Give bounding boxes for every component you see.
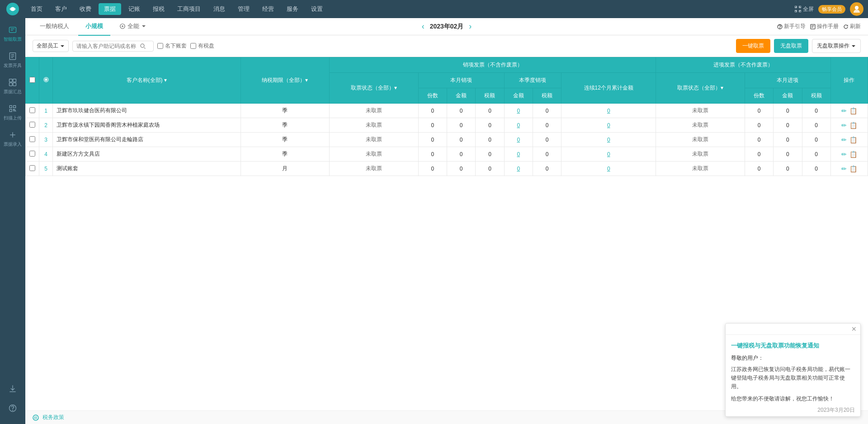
row-index: 4 — [39, 147, 53, 162]
row-checkbox[interactable] — [29, 151, 35, 157]
row-detail-icon[interactable]: 📋 — [849, 165, 857, 172]
nav-billing[interactable]: 收费 — [74, 3, 97, 15]
sales-cancel-status-header[interactable]: 取票状态（全部）▾ — [330, 73, 419, 104]
nav-invoice[interactable]: 票据 — [99, 3, 121, 15]
row-sales-status: 未取票 — [330, 104, 419, 118]
right-actions: 新手引导 操作手册 刷新 — [777, 23, 861, 30]
diskless-fetch-button[interactable]: 无盘取票 — [774, 39, 808, 53]
nav-management[interactable]: 管理 — [232, 3, 255, 15]
settings-header[interactable] — [39, 57, 53, 104]
nav-service[interactable]: 服务 — [281, 3, 304, 15]
sidebar-item-scan[interactable]: 扫描上传 — [0, 100, 25, 125]
sales-annual-header: 连续12个月累计金额 — [561, 73, 656, 104]
row-checkbox-cell — [26, 162, 39, 176]
fullscreen-button[interactable]: 全屏 — [795, 5, 814, 13]
manual-button[interactable]: 操作手册 — [810, 23, 839, 30]
row-customer-name: 卫辉市保和堂医药有限公司走輪路店 — [53, 133, 241, 147]
sidebar-item-smart-ticket[interactable]: 智能取票 — [0, 22, 25, 46]
row-purchase-month-amount: 0 — [774, 104, 802, 118]
row-sales-quarter-tax: 0 — [533, 133, 561, 147]
row-purchase-month-count: 0 — [745, 162, 774, 176]
row-sales-month-amount: 0 — [447, 133, 476, 147]
row-checkbox[interactable] — [29, 136, 35, 142]
sidebar-download[interactable] — [5, 381, 20, 397]
period-next-button[interactable]: › — [469, 22, 472, 31]
vip-badge[interactable]: 畅享会员 — [818, 5, 845, 14]
nav-settings[interactable]: 设置 — [306, 3, 328, 15]
row-sales-month-tax: 0 — [476, 118, 504, 133]
filter-has-taxdisk[interactable]: 有税盘 — [190, 42, 214, 50]
row-sales-annual: 0 — [561, 104, 656, 118]
row-purchase-month-amount: 0 — [774, 147, 802, 162]
svg-point-17 — [13, 410, 13, 410]
user-avatar[interactable] — [850, 2, 863, 16]
nav-customer[interactable]: 客户 — [50, 3, 72, 15]
nav-message[interactable]: 消息 — [208, 3, 231, 15]
row-purchase-status: 未取票 — [656, 104, 745, 118]
tax-policy-icon: 税 — [33, 414, 39, 421]
tax-policy-link[interactable]: 税务政策 — [42, 414, 64, 421]
diskless-operation-button[interactable]: 无盘取票操作 — [812, 39, 861, 53]
row-index: 3 — [39, 133, 53, 147]
row-sales-quarter-amount: 0 — [504, 104, 533, 118]
customer-name-header[interactable]: 客户名称(全部) ▾ — [53, 57, 241, 104]
row-checkbox-cell — [26, 118, 39, 133]
svg-rect-15 — [9, 110, 12, 112]
row-sales-quarter-tax: 0 — [533, 118, 561, 133]
period-label: 2023年02月 — [430, 23, 464, 31]
filter-my-accounts[interactable]: 名下账套 — [157, 42, 187, 50]
employee-select[interactable]: 全部员工 — [33, 40, 69, 52]
row-customer-name: 新建区方方文具店 — [53, 147, 241, 162]
row-actions: ✏ 📋 — [830, 104, 868, 118]
purchase-cancel-status-header[interactable]: 取票状态（全部）▾ — [656, 73, 745, 104]
tab-all[interactable]: 全能 — [112, 18, 154, 36]
row-checkbox[interactable] — [29, 165, 35, 171]
row-detail-icon[interactable]: 📋 — [849, 136, 857, 143]
tax-period-header[interactable]: 纳税期限（全部）▾ — [241, 57, 330, 104]
one-click-fetch-button[interactable]: 一键取票 — [736, 39, 770, 53]
row-edit-icon[interactable]: ✏ — [841, 122, 847, 129]
main-table: 客户名称(全部) ▾ 纳税期限（全部）▾ 销项发票（不含作废票） 进项发票（不含… — [25, 57, 868, 176]
purchase-month-amount-header: 金额 — [774, 88, 802, 104]
row-detail-icon[interactable]: 📋 — [849, 151, 857, 158]
row-detail-icon[interactable]: 📋 — [849, 122, 857, 129]
row-sales-status: 未取票 — [330, 147, 419, 162]
filter-bar: 全部员工 名下账套 有税盘 一键取票 无盘取票 无盘取票操作 — [25, 35, 868, 57]
row-checkbox[interactable] — [29, 107, 35, 113]
notification-panel: ✕ 一键报税与无盘取票功能恢复通知 尊敬的用户： 江苏政务网已恢复访问电子税务局… — [725, 323, 861, 417]
row-tax-period: 季 — [241, 118, 330, 133]
sidebar-item-summary[interactable]: 票据汇总 — [0, 74, 25, 99]
row-purchase-month-count: 0 — [745, 118, 774, 133]
row-edit-icon[interactable]: ✏ — [841, 107, 847, 114]
row-checkbox[interactable] — [29, 122, 35, 128]
top-navigation: 首页 客户 收费 票据 记账 报税 工商项目 消息 管理 经营 服务 设置 全屏… — [0, 0, 868, 18]
row-edit-icon[interactable]: ✏ — [841, 165, 847, 172]
row-tax-period: 季 — [241, 133, 330, 147]
nav-home[interactable]: 首页 — [25, 3, 48, 15]
row-purchase-month-count: 0 — [745, 104, 774, 118]
nav-business[interactable]: 工商项目 — [172, 3, 206, 15]
sidebar-help[interactable] — [5, 401, 20, 417]
table-body: 1 卫辉市玖玖健合医药有限公司 季 未取票 0 0 0 0 0 0 未取票 0 … — [26, 104, 868, 176]
tab-small[interactable]: 小规模 — [78, 18, 110, 36]
period-prev-button[interactable]: ‹ — [422, 22, 425, 31]
sidebar-item-invoice[interactable]: 发票开具 — [0, 48, 25, 72]
row-sales-quarter-tax: 0 — [533, 104, 561, 118]
svg-rect-12 — [13, 83, 16, 86]
notification-close-button[interactable]: ✕ — [851, 325, 857, 333]
search-icon[interactable] — [140, 43, 146, 49]
nav-bookkeeping[interactable]: 记账 — [123, 3, 146, 15]
tab-general[interactable]: 一般纳税人 — [33, 18, 76, 36]
row-detail-icon[interactable]: 📋 — [849, 107, 857, 114]
row-edit-icon[interactable]: ✏ — [841, 151, 847, 158]
row-edit-icon[interactable]: ✏ — [841, 136, 847, 143]
new-guide-button[interactable]: 新手引导 — [777, 23, 806, 30]
sidebar-item-entry[interactable]: 票据录入 — [0, 127, 25, 151]
select-all-checkbox[interactable] — [29, 77, 35, 83]
purchase-invoice-group-header: 进项发票（不含作废票） — [656, 57, 830, 73]
search-input[interactable] — [76, 43, 140, 49]
refresh-button[interactable]: 刷新 — [843, 23, 861, 30]
nav-tax[interactable]: 报税 — [147, 3, 170, 15]
nav-operation[interactable]: 经营 — [257, 3, 279, 15]
sales-quarter-amount-header: 金额 — [504, 88, 533, 104]
